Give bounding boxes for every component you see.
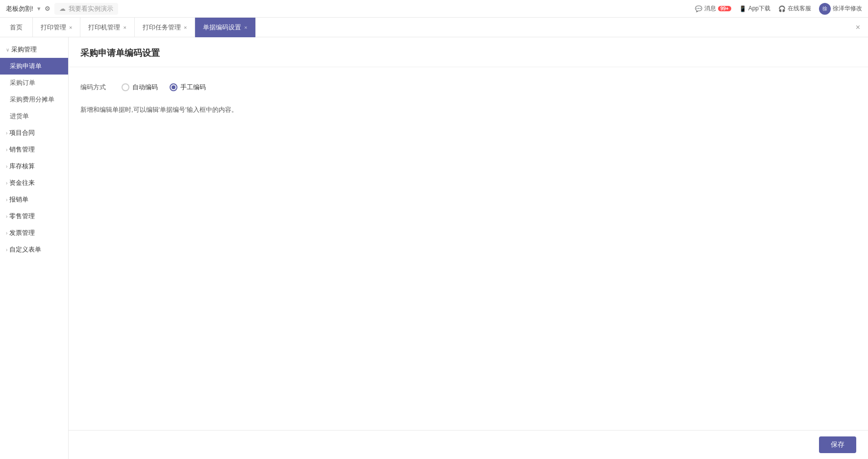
chevron-right-icon-8: › [6,247,7,253]
sidebar-group-custom-forms: › 自定义表单 [0,241,68,258]
chevron-right-icon: › [6,130,7,136]
sidebar-group-custom-forms-label: 自定义表单 [9,245,41,254]
tab-printer-mgmt-close[interactable]: × [123,25,126,30]
chevron-down-icon: ∨ [6,47,9,52]
tab-single-code-setting-close[interactable]: × [244,25,247,30]
app-download-label: App下载 [748,4,770,13]
online-support-button[interactable]: 🎧 在线客服 [778,4,811,13]
settings-icon[interactable]: ⚙ [45,5,50,12]
dropdown-icon[interactable]: ▾ [37,5,41,12]
content-header: 采购申请单编码设置 [69,37,868,67]
search-text: 我要看实例演示 [69,4,113,13]
sidebar-group-inventory-title[interactable]: › 库存核算 [0,158,68,175]
coding-label: 编码方式 [80,83,110,92]
sidebar-item-purchase-order[interactable]: 采购订单 [0,75,68,91]
sidebar-group-invoice-mgmt: › 发票管理 [0,225,68,241]
sidebar-item-stock-in[interactable]: 进货单 [0,108,68,125]
top-bar: 老板勿割! ▾ ⚙ ☁ 我要看实例演示 💬 消息 99+ 📱 App下载 🎧 在… [0,0,868,18]
sidebar-group-funds-label: 资金往来 [9,178,35,187]
message-icon: 💬 [695,5,702,12]
sidebar-group-purchase-mgmt-title[interactable]: ∨ 采购管理 [0,41,68,58]
sidebar-item-stock-in-label: 进货单 [10,112,29,121]
sidebar-group-retail-mgmt-title[interactable]: › 零售管理 [0,208,68,225]
chevron-right-icon-6: › [6,214,7,219]
avatar: 徐 [819,3,831,15]
chevron-right-icon-2: › [6,147,7,153]
sidebar-group-project-contract-title[interactable]: › 项目合同 [0,125,68,141]
sidebar-item-purchase-expense[interactable]: 采购费用分摊单 [0,91,68,108]
chevron-right-icon-7: › [6,230,7,236]
phone-icon: 📱 [739,5,746,12]
sidebar-group-inventory: › 库存核算 [0,158,68,175]
content-body: 编码方式 自动编码 手工编码 新增和编辑单据时,可以编辑'单据编号'输入框中的内… [69,67,868,430]
radio-manual-circle [170,83,177,91]
tab-home-label: 首页 [10,23,23,32]
app-download-button[interactable]: 📱 App下载 [739,4,770,13]
sidebar-item-purchase-expense-label: 采购费用分摊单 [10,95,54,104]
sidebar-group-returns-label: 报销单 [9,195,28,204]
tab-print-task-mgmt[interactable]: 打印任务管理 × [135,18,195,37]
page-title: 采购申请单编码设置 [80,47,856,59]
cloud-icon: ☁ [59,5,66,12]
sidebar-group-sales-mgmt-label: 销售管理 [9,145,35,154]
headset-icon: 🎧 [778,5,786,12]
sidebar-group-sales-mgmt: › 销售管理 [0,141,68,158]
sidebar-item-purchase-request[interactable]: 采购申请单 [0,58,68,75]
tab-bar: 首页 打印管理 × 打印机管理 × 打印任务管理 × 单据编码设置 × × [0,18,868,37]
top-bar-right: 💬 消息 99+ 📱 App下载 🎧 在线客服 徐 徐泽华修改 [695,3,862,15]
tab-single-code-setting-label: 单据编码设置 [203,23,241,32]
tab-printer-mgmt[interactable]: 打印机管理 × [80,18,134,37]
sidebar-group-returns: › 报销单 [0,191,68,208]
brand-name: 老板勿割! [6,4,33,13]
tab-print-task-mgmt-label: 打印任务管理 [143,23,181,32]
search-bar[interactable]: ☁ 我要看实例演示 [54,3,118,15]
radio-auto-circle [122,83,129,91]
sidebar-group-project-contract: › 项目合同 [0,125,68,141]
tab-bar-close-button[interactable]: × [856,23,868,32]
tab-print-mgmt-close[interactable]: × [69,25,72,30]
sidebar-group-funds: › 资金往来 [0,175,68,191]
main-layout: ∨ 采购管理 采购申请单 采购订单 采购费用分摊单 进货单 › 项目合同 [0,37,868,459]
hint-text: 新增和编辑单据时,可以编辑'单据编号'输入框中的内容。 [80,105,856,114]
sidebar-group-custom-forms-title[interactable]: › 自定义表单 [0,241,68,258]
tab-printer-mgmt-label: 打印机管理 [88,23,120,32]
messages-label: 消息 [704,4,716,13]
user-name: 徐泽华修改 [833,4,862,13]
chevron-right-icon-5: › [6,197,7,203]
chevron-right-icon-3: › [6,164,7,169]
tab-single-code-setting[interactable]: 单据编码设置 × [195,18,255,37]
radio-manual-coding[interactable]: 手工编码 [170,83,206,92]
sidebar-group-retail-mgmt-label: 零售管理 [9,212,35,221]
chevron-right-icon-4: › [6,180,7,186]
radio-manual-label: 手工编码 [180,83,206,92]
sidebar-group-inventory-label: 库存核算 [9,162,35,171]
sidebar: ∨ 采购管理 采购申请单 采购订单 采购费用分摊单 进货单 › 项目合同 [0,37,69,459]
content-area: 采购申请单编码设置 编码方式 自动编码 手工编码 新增和编辑单据时,可以编辑'单… [69,37,868,459]
sidebar-group-sales-mgmt-title[interactable]: › 销售管理 [0,141,68,158]
sidebar-item-purchase-request-label: 采购申请单 [10,62,42,71]
sidebar-group-invoice-mgmt-label: 发票管理 [9,229,35,237]
radio-auto-coding[interactable]: 自动编码 [122,83,158,92]
tab-print-task-mgmt-close[interactable]: × [184,25,187,30]
sidebar-group-retail-mgmt: › 零售管理 [0,208,68,225]
sidebar-group-invoice-mgmt-title[interactable]: › 发票管理 [0,225,68,241]
sidebar-group-purchase-mgmt-label: 采购管理 [11,45,37,54]
sidebar-item-purchase-order-label: 采购订单 [10,78,35,87]
sidebar-group-funds-title[interactable]: › 资金往来 [0,175,68,191]
content-footer: 保存 [69,430,868,459]
tab-print-mgmt-label: 打印管理 [41,23,66,32]
tab-home[interactable]: 首页 [0,18,33,37]
sidebar-group-purchase-mgmt: ∨ 采购管理 采购申请单 采购订单 采购费用分摊单 进货单 [0,41,68,125]
tab-print-mgmt[interactable]: 打印管理 × [33,18,80,37]
sidebar-group-project-contract-label: 项目合同 [9,128,35,137]
save-button[interactable]: 保存 [819,436,856,453]
online-support-label: 在线客服 [788,4,811,13]
coding-row: 编码方式 自动编码 手工编码 [80,77,856,98]
sidebar-group-returns-title[interactable]: › 报销单 [0,191,68,208]
user-menu[interactable]: 徐 徐泽华修改 [819,3,862,15]
top-bar-left: 老板勿割! ▾ ⚙ ☁ 我要看实例演示 [6,3,695,15]
messages-button[interactable]: 💬 消息 99+ [695,4,731,13]
messages-badge: 99+ [718,6,731,11]
radio-auto-label: 自动编码 [132,83,158,92]
